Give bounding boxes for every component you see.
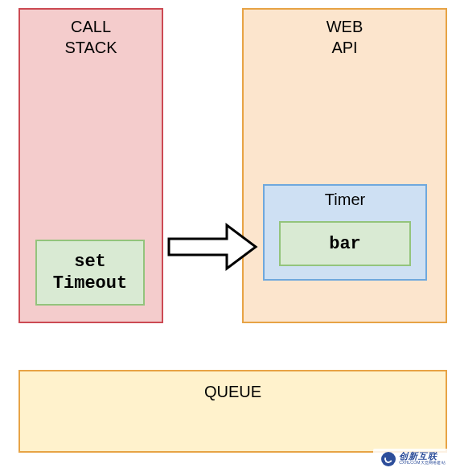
timer-title: Timer [265, 186, 425, 209]
watermark: 创新互联 CXHLCOM天意网络建站 [373, 449, 454, 470]
timer-item-label: bar [329, 234, 361, 254]
watermark-logo-icon [381, 452, 396, 466]
call-stack-item-box: set Timeout [35, 240, 145, 306]
watermark-sub: CXHLCOM天意网络建站 [399, 460, 446, 466]
call-stack-title: CALL STACK [20, 10, 162, 58]
web-api-title: WEB API [244, 10, 446, 58]
arrow-icon [164, 219, 262, 275]
call-stack-item-label: set Timeout [53, 251, 127, 295]
queue-box: QUEUE [18, 370, 447, 453]
watermark-brand: 创新互联 [399, 453, 446, 460]
timer-item-box: bar [279, 221, 411, 266]
watermark-text-block: 创新互联 CXHLCOM天意网络建站 [399, 453, 446, 465]
queue-title: QUEUE [20, 371, 446, 401]
